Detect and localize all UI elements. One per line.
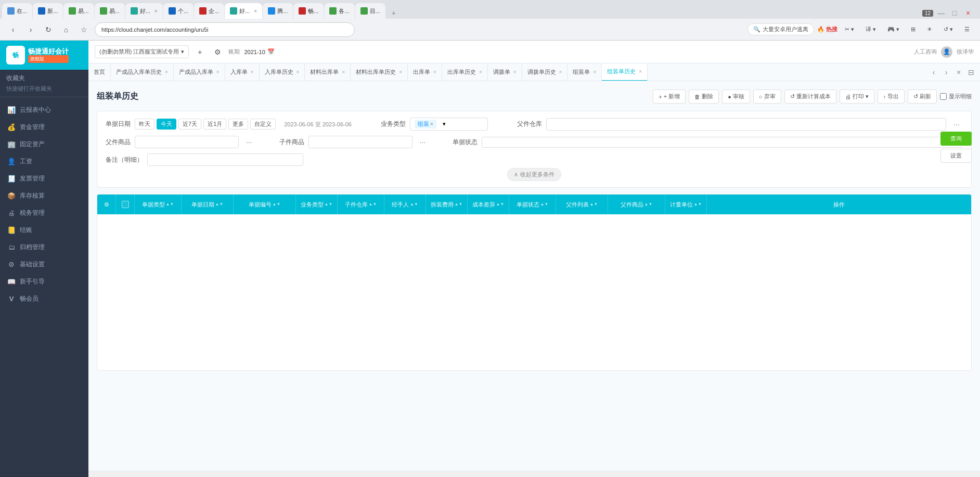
audit-button[interactable]: ● 审核 [722,89,750,104]
minimize-button[interactable]: — [935,7,947,19]
browser-tab-9[interactable]: 腾... [263,3,293,19]
sidebar-item-assets[interactable]: 🏢 固定资产 [0,136,88,153]
sidebar-item-settings[interactable]: ⚙ 基础设置 [0,256,88,273]
bookmark-button[interactable]: ☆ [77,23,91,36]
back-button[interactable]: ‹ [6,23,20,36]
delete-button[interactable]: 🗑 删除 [689,89,719,104]
tab-home[interactable]: 首页 [88,63,111,81]
cut-tool-btn[interactable]: ✂ ▾ [841,24,858,34]
sidebar-item-close-account[interactable]: 📒 结账 [0,222,88,239]
show-detail-checkbox[interactable]: 显示明细 [940,93,972,100]
col-settings[interactable]: ⚙ [97,195,116,214]
close-tab-material-outbound-history[interactable]: × [399,69,402,75]
sidebar-item-reports[interactable]: 📊 云报表中心 [0,101,88,119]
col-biz-type[interactable]: 业务类型 ▲▼ [296,195,338,214]
export-button[interactable]: ↑ 导出 [878,89,905,104]
col-parent-list[interactable]: 父件列表 ▲▼ [556,195,608,214]
add-company-btn[interactable]: + [193,45,207,59]
close-window-button[interactable]: × [962,7,974,19]
tab-material-outbound[interactable]: 材料出库单 × [305,63,351,81]
close-tab-finished-goods-history[interactable]: × [165,69,168,75]
browser-tab-3[interactable]: 易... [63,3,94,19]
sidebar-item-invoice[interactable]: 🧾 发票管理 [0,170,88,187]
add-button[interactable]: + + 新增 [653,89,686,104]
tab-finished-goods[interactable]: 产成品入库单 × [174,63,225,81]
favorites-shortcut[interactable]: 快捷键打开收藏夹 [6,85,82,93]
close-tab-finished-goods[interactable]: × [216,69,220,75]
new-tab-button[interactable]: + [388,7,399,19]
sidebar-item-archive[interactable]: 🗂 归档管理 [0,239,88,256]
game-btn[interactable]: 🎮 ▾ [883,24,904,34]
reload-button[interactable]: ↻ [42,23,55,36]
date-btn-yesterday[interactable]: 昨天 [135,119,154,130]
tab-close-current-btn[interactable]: × [953,67,964,78]
tab-inbound-history[interactable]: 入库单历史 × [260,63,305,81]
parent-wh-ellipsis[interactable]: ··· [950,119,963,130]
parent-goods-ellipsis[interactable]: ··· [243,137,255,147]
bottom-scrollbar[interactable] [88,471,980,477]
tab-transfer[interactable]: 调拨单 × [488,63,522,81]
date-btn-1month[interactable]: 近1月 [203,119,226,130]
col-parent-goods[interactable]: 父件商品 ▲▼ [608,195,665,214]
browser-tab-5[interactable]: 好... × [125,3,163,19]
child-goods-ellipsis[interactable]: ··· [417,137,429,147]
browser-tab-2[interactable]: 新... [33,3,63,19]
col-bill-no[interactable]: 单据编号 ▲▼ [234,195,296,214]
browser-tab-6[interactable]: 个... [163,3,194,19]
query-button[interactable]: 查询 [940,132,972,146]
browser-tab-8[interactable]: 好... × [225,3,262,19]
undo-btn[interactable]: ↺ ▾ [939,24,957,34]
forward-button[interactable]: › [24,23,37,36]
bill-status-dropdown[interactable]: ▾ [482,137,963,148]
browser-tab-11[interactable]: 各... [324,3,354,19]
tab-finished-goods-history[interactable]: 产成品入库单历史 × [111,63,174,81]
sidebar-item-funds[interactable]: 💰 资金管理 [0,119,88,136]
tab-material-outbound-history[interactable]: 材料出库单历史 × [351,63,408,81]
biz-type-dropdown[interactable]: ▾ [439,119,480,129]
browser-tab-1[interactable]: 在... [2,3,32,19]
show-detail-input[interactable] [940,93,947,100]
tab-outbound-history[interactable]: 出库单历史 × [442,63,488,81]
abandon-button[interactable]: ○ 弃审 [753,89,781,104]
period-value[interactable]: 2021-10 📅 [244,48,274,55]
tab-assembly[interactable]: 组装单 × [568,63,602,81]
date-btn-7days[interactable]: 近7天 [178,119,201,130]
refresh-button[interactable]: ↺ 刷新 [908,89,937,104]
close-tab-outbound-history[interactable]: × [479,69,482,75]
username[interactable]: 徐泽华 [957,48,974,56]
home-button[interactable]: ⌂ [59,23,73,36]
tab-prev-btn[interactable]: ‹ [928,67,939,78]
tab-assembly-history[interactable]: 组装单历史 × [602,63,648,81]
col-handler[interactable]: 经手人 ▲▼ [384,195,426,214]
date-btn-custom[interactable]: 自定义 [250,119,276,130]
browser-tab-4[interactable]: 易... [95,3,125,19]
col-bill-status[interactable]: 单据状态 ▲▼ [509,195,556,214]
print-button[interactable]: 🖨 打印 ▾ [840,89,874,104]
close-tab-material-outbound[interactable]: × [342,69,345,75]
company-settings-btn[interactable]: ⚙ [211,45,224,59]
header-checkbox[interactable] [122,201,129,208]
tab-inbound[interactable]: 入库单 × [225,63,260,81]
col-bill-type[interactable]: 单据类型 ▲▼ [135,195,182,214]
close-tab-inbound-history[interactable]: × [296,69,300,75]
remarks-input[interactable] [147,153,303,166]
grid-btn[interactable]: ⊞ [907,24,920,34]
browser-tab-10[interactable]: 畅... [293,3,324,19]
remove-biz-type-tag[interactable]: × [430,121,433,127]
col-cost-diff[interactable]: 成本差异 ▲▼ [468,195,509,214]
close-tab-assembly-history[interactable]: × [639,69,642,74]
col-unit[interactable]: 计量单位 ▲▼ [665,195,707,214]
customer-service-btn[interactable]: 人工咨询 [914,48,937,56]
col-bill-date[interactable]: 单据日期 ▲▼ [182,195,234,214]
date-btn-more[interactable]: 更多 [228,119,248,130]
close-tab-inbound[interactable]: × [251,69,254,75]
tab-next-btn[interactable]: › [940,67,952,78]
translate-btn[interactable]: 译 ▾ [861,24,880,35]
close-tab-transfer-history[interactable]: × [559,69,562,75]
col-checkbox[interactable] [116,195,135,214]
child-goods-input[interactable] [308,136,412,148]
sidebar-item-member[interactable]: V 畅会员 [0,290,88,307]
maximize-button[interactable]: □ [949,7,960,19]
parent-goods-input[interactable] [135,136,239,148]
address-input[interactable] [95,22,355,37]
